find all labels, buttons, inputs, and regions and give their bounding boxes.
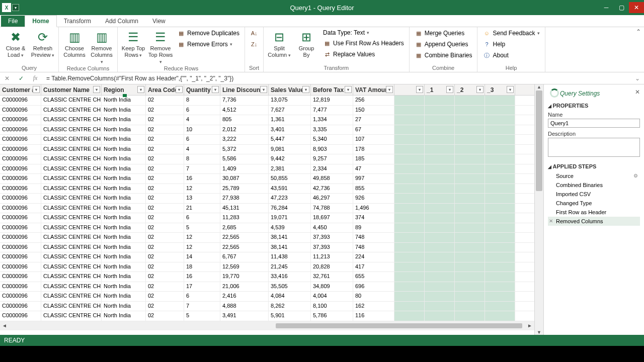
cell[interactable] xyxy=(455,184,485,194)
column-header-9[interactable]: ▾ xyxy=(394,84,425,95)
cell[interactable]: 47 xyxy=(353,164,394,174)
cell[interactable] xyxy=(455,252,485,262)
cell[interactable] xyxy=(485,135,515,144)
cell[interactable] xyxy=(394,272,425,282)
cell[interactable] xyxy=(485,125,515,135)
table-row[interactable]: C0000096CLASSIC CENTRE CHDNorth India021… xyxy=(0,252,534,262)
cell[interactable]: C0000096 xyxy=(0,213,41,223)
cell[interactable]: 12,569 xyxy=(220,262,269,272)
cell[interactable] xyxy=(455,125,485,135)
cell[interactable] xyxy=(455,154,485,164)
cell[interactable]: CLASSIC CENTRE CHD xyxy=(41,164,102,174)
cell[interactable]: 32,761 xyxy=(311,272,353,282)
cell[interactable]: 2,381 xyxy=(269,164,311,174)
cell[interactable]: 42,736 xyxy=(311,184,353,194)
cell[interactable]: 8,903 xyxy=(311,145,353,154)
scroll-left-icon[interactable]: ◄ xyxy=(0,323,9,328)
table-row[interactable]: C0000096CLASSIC CENTRE CHDNorth India028… xyxy=(0,96,534,106)
cell[interactable]: 46,297 xyxy=(311,194,353,203)
cell[interactable] xyxy=(425,204,455,213)
table-row[interactable]: C0000096CLASSIC CENTRE CHDNorth India026… xyxy=(0,106,534,116)
gear-icon[interactable]: ⚙ xyxy=(633,173,638,178)
cell[interactable]: 22,565 xyxy=(220,233,269,242)
cell[interactable]: C0000096 xyxy=(0,262,41,272)
cell[interactable]: North India xyxy=(102,302,146,311)
cell[interactable]: 18,697 xyxy=(311,213,353,223)
column-header-10[interactable]: _1▾ xyxy=(425,84,455,95)
cell[interactable]: North India xyxy=(102,125,146,135)
cell[interactable] xyxy=(425,135,455,144)
cell[interactable]: 4,084 xyxy=(269,292,311,301)
filter-icon[interactable]: ▾ xyxy=(476,86,484,93)
cell[interactable] xyxy=(394,302,425,311)
cell[interactable]: 10 xyxy=(184,125,220,135)
cell[interactable]: 5,586 xyxy=(220,154,269,164)
table-row[interactable]: C0000096CLASSIC CENTRE CHDNorth India021… xyxy=(0,282,534,292)
cell[interactable]: 02 xyxy=(146,174,184,184)
cell[interactable] xyxy=(485,213,515,223)
cell[interactable]: C0000096 xyxy=(0,292,41,301)
cell[interactable]: 185 xyxy=(353,154,394,164)
cell[interactable]: 2,416 xyxy=(220,292,269,301)
hscroll-thumb[interactable] xyxy=(276,323,522,328)
cell[interactable]: 38,141 xyxy=(269,233,311,242)
cell[interactable]: CLASSIC CENTRE CHD xyxy=(41,223,102,233)
cell[interactable] xyxy=(485,311,515,321)
cell[interactable] xyxy=(485,233,515,242)
cell[interactable]: 1,409 xyxy=(220,164,269,174)
cell[interactable]: 02 xyxy=(146,115,184,125)
column-header-5[interactable]: Line Discount▾ xyxy=(220,84,269,95)
step-source[interactable]: Source⚙ xyxy=(548,171,640,180)
table-row[interactable]: C0000096CLASSIC CENTRE CHDNorth India025… xyxy=(0,223,534,233)
cell[interactable]: C0000096 xyxy=(0,194,41,203)
table-row[interactable]: C0000096CLASSIC CENTRE CHDNorth India026… xyxy=(0,135,534,145)
delete-step-icon[interactable]: ✕ xyxy=(549,218,553,224)
cell[interactable]: 34,809 xyxy=(311,282,353,292)
filter-icon[interactable]: ▾ xyxy=(507,86,514,93)
cell[interactable]: 38,141 xyxy=(269,243,311,252)
cell[interactable]: 22,565 xyxy=(220,243,269,252)
cell[interactable]: C0000096 xyxy=(0,106,41,115)
filter-icon[interactable]: ▾ xyxy=(416,86,423,93)
cell[interactable]: CLASSIC CENTRE CHD xyxy=(41,135,102,144)
scroll-down-icon[interactable]: ▼ xyxy=(535,330,543,335)
cell[interactable] xyxy=(455,145,485,154)
cell[interactable]: 02 xyxy=(146,164,184,174)
help-button[interactable]: ?Help xyxy=(480,39,541,49)
cell[interactable]: C0000096 xyxy=(0,154,41,164)
cell[interactable]: North India xyxy=(102,262,146,272)
cell[interactable]: CLASSIC CENTRE CHD xyxy=(41,262,102,272)
cell[interactable]: North India xyxy=(102,213,146,223)
cell[interactable]: C0000096 xyxy=(0,302,41,311)
remove-columns-button[interactable]: ▥ RemoveColumns xyxy=(89,28,114,65)
cell[interactable]: CLASSIC CENTRE CHD xyxy=(41,125,102,135)
cell[interactable]: North India xyxy=(102,145,146,154)
cell[interactable] xyxy=(394,96,425,105)
cell[interactable]: 4,539 xyxy=(269,223,311,233)
cell[interactable] xyxy=(455,311,485,321)
tab-home[interactable]: Home xyxy=(25,15,56,27)
cell[interactable] xyxy=(485,204,515,213)
cell[interactable]: 6 xyxy=(184,106,220,115)
cell[interactable] xyxy=(425,223,455,233)
cell[interactable]: North India xyxy=(102,233,146,242)
cell[interactable]: 50,855 xyxy=(269,174,311,184)
cell[interactable] xyxy=(394,145,425,154)
cell[interactable] xyxy=(425,164,455,174)
step-changed-type[interactable]: Changed Type xyxy=(548,199,640,208)
cell[interactable]: C0000096 xyxy=(0,311,41,321)
cell[interactable] xyxy=(394,135,425,144)
cell[interactable] xyxy=(485,262,515,272)
table-row[interactable]: C0000096CLASSIC CENTRE CHDNorth India026… xyxy=(0,292,534,302)
confirm-formula-button[interactable]: ✓ xyxy=(16,75,26,82)
cell[interactable]: North India xyxy=(102,164,146,174)
filter-icon[interactable]: ▾ xyxy=(386,86,393,93)
applied-steps-header[interactable]: APPLIED STEPS xyxy=(548,163,640,169)
cell[interactable] xyxy=(425,262,455,272)
cell[interactable] xyxy=(455,223,485,233)
cell[interactable] xyxy=(425,272,455,282)
cell[interactable] xyxy=(485,106,515,115)
cell[interactable]: North India xyxy=(102,243,146,252)
cell[interactable]: CLASSIC CENTRE CHD xyxy=(41,272,102,282)
tab-transform[interactable]: Transform xyxy=(57,16,98,27)
